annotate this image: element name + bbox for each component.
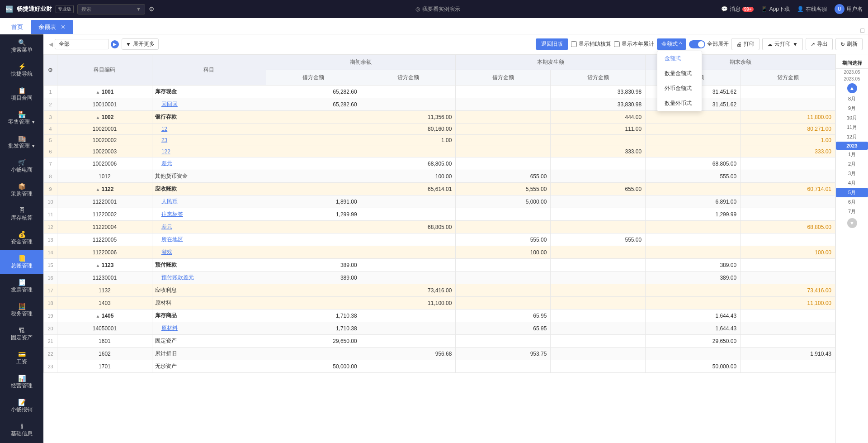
period-month-3[interactable]: 3月 — [836, 169, 868, 178]
maximize-icon[interactable]: □ — [861, 27, 864, 34]
account-name-cell[interactable]: 无形资产 — [152, 360, 266, 373]
account-name-cell[interactable]: 所在地区 — [152, 233, 266, 246]
account-name-cell[interactable]: 应收利息 — [152, 284, 266, 297]
account-name-cell[interactable]: 回回回 — [152, 98, 266, 111]
download-item[interactable]: 📱 App下载 — [761, 5, 790, 13]
period-up-nav[interactable]: ▲ — [847, 83, 857, 93]
amount-mode-item-qty-foreign[interactable]: 数量外币式 — [657, 96, 702, 111]
period-credit-cell: 444.00 — [551, 111, 646, 124]
amount-mode-button[interactable]: 金额式 ^ — [657, 38, 686, 50]
period-month-5[interactable]: 5月 — [836, 188, 868, 197]
account-name-cell[interactable]: 游戏 — [152, 246, 266, 259]
show-auxiliary-checkbox[interactable] — [571, 41, 577, 47]
account-name-cell[interactable]: 预付账款 — [152, 259, 266, 272]
sidebar-item-capital[interactable]: 💰 资金管理 — [0, 226, 43, 250]
cloud-print-label: 云打印 — [774, 40, 791, 48]
sidebar-item-inventory[interactable]: 🗄 库存核算 — [0, 202, 43, 226]
refresh-button[interactable]: ↻ 刷新 — [835, 38, 863, 50]
account-name-cell[interactable]: 应收账款 — [152, 183, 266, 195]
back-arrow-icon[interactable]: ◀ — [49, 41, 53, 48]
account-name-cell[interactable]: 12 — [152, 124, 266, 135]
top-search-box[interactable]: 搜索 ▼ — [77, 4, 145, 14]
closing-debit-cell: 389.00 — [646, 272, 741, 284]
period-year-2023-btn[interactable]: 2023 — [836, 142, 868, 150]
period-month-10[interactable]: 10月 — [836, 113, 868, 123]
sidebar-item-purchase[interactable]: 📦 采购管理 — [0, 178, 43, 202]
period-month-6[interactable]: 6月 — [836, 197, 868, 207]
period-debit-cell: 953.75 — [456, 348, 551, 360]
period-down-nav[interactable]: ▼ — [847, 218, 857, 228]
search-go-button[interactable]: ▶ — [111, 40, 119, 48]
account-name-cell[interactable]: 库存现金 — [152, 86, 266, 98]
demo-link[interactable]: 我要看实例演示 — [422, 5, 460, 13]
message-item[interactable]: 💬 消息 99+ — [721, 5, 754, 13]
account-name-cell[interactable]: 原材料 — [152, 297, 266, 310]
sidebar-item-salary[interactable]: 💳 工资 — [0, 346, 43, 370]
sidebar-item-tax[interactable]: 🧮 税务管理 — [0, 298, 43, 322]
period-month-12[interactable]: 12月 — [836, 132, 868, 142]
show-ytd-label[interactable]: 显示本年累计 — [614, 40, 654, 48]
account-name-cell[interactable]: 差元 — [152, 157, 266, 170]
amount-mode-dropdown-wrapper: 金额式 ^ 金额式 数量金额式 外币金额式 数量外币式 — [657, 38, 686, 50]
row-num: 11 — [44, 208, 57, 221]
opening-debit-header: 借方金额 — [266, 70, 361, 86]
sidebar-item-operations-label: 经营管理 — [11, 382, 33, 389]
period-month-8[interactable]: 8月 — [836, 94, 868, 104]
tab-home[interactable]: 首页 — [4, 20, 31, 34]
amount-mode-item-amount[interactable]: 金额式 — [657, 51, 702, 66]
print-button[interactable]: 🖨 打印 — [731, 38, 760, 50]
settings-icon[interactable]: ⚙ — [149, 5, 155, 13]
table-settings-icon[interactable]: ⚙ — [48, 67, 53, 73]
show-ytd-checkbox[interactable] — [614, 41, 620, 47]
cloud-print-button[interactable]: ☁ 云打印 ▼ — [762, 38, 803, 50]
period-month-4[interactable]: 4月 — [836, 178, 868, 188]
show-auxiliary-label[interactable]: 显示辅助核算 — [571, 40, 611, 48]
period-month-9[interactable]: 9月 — [836, 104, 868, 113]
tab-close-icon[interactable]: ✕ — [61, 24, 66, 30]
account-name-cell[interactable]: 人民币 — [152, 195, 266, 208]
account-name-cell[interactable]: 累计折旧 — [152, 348, 266, 360]
account-name-cell[interactable]: 银行存款 — [152, 111, 266, 124]
sidebar-item-assets[interactable]: 🏗 固定资产 — [0, 322, 43, 346]
period-month-1[interactable]: 1月 — [836, 150, 868, 159]
sidebar-item-ledger[interactable]: 📒 总账管理 — [0, 250, 43, 274]
period-month-7[interactable]: 7月 — [836, 207, 868, 216]
period-occurrence-header: 本期发生额 — [456, 55, 646, 70]
period-month-2[interactable]: 2月 — [836, 159, 868, 169]
user-item[interactable]: U 用户名 — [835, 4, 863, 14]
sidebar-item-quick-nav[interactable]: ⚡ 快捷导航 — [0, 58, 43, 82]
account-name-cell[interactable]: 122 — [152, 146, 266, 157]
sidebar-item-wholesale[interactable]: 🏬 批发管理 ▼ — [0, 130, 43, 154]
closing-credit-cell: 73,416.00 — [741, 284, 835, 297]
expand-more-button[interactable]: ▼ 展开更多 — [122, 38, 159, 50]
tab-balance[interactable]: 余额表 ✕ — [31, 20, 73, 34]
opening-credit-cell: 1.00 — [361, 135, 456, 146]
service-item[interactable]: 👤 在线客服 — [797, 5, 827, 13]
operations-icon: 📊 — [0, 375, 43, 382]
sidebar-item-project[interactable]: 📋 项目合同 — [0, 82, 43, 106]
amount-mode-item-foreign-amount[interactable]: 外币金额式 — [657, 81, 702, 96]
account-name-cell[interactable]: 库存商品 — [152, 310, 266, 322]
account-name-cell[interactable]: 往来标签 — [152, 208, 266, 221]
account-name-cell[interactable]: 预付账款差元 — [152, 272, 266, 284]
period-month-11[interactable]: 11月 — [836, 123, 868, 132]
sidebar-item-ecommerce[interactable]: 🛒 小畅电商 — [0, 154, 43, 178]
account-name-cell[interactable]: 原材料 — [152, 322, 266, 335]
table-row: 210010001回回回65,282.6033,830.9831,451.62 — [44, 98, 835, 111]
account-name-cell[interactable]: 差元 — [152, 221, 266, 233]
expand-all-toggle[interactable] — [689, 40, 705, 48]
sidebar-item-basic[interactable]: ℹ 基础信息 — [0, 418, 43, 442]
sidebar-item-reports[interactable]: 📝 小畅报销 — [0, 394, 43, 418]
export-button[interactable]: ↗ 导出 — [806, 38, 833, 50]
minimize-icon[interactable]: — — [853, 27, 859, 34]
amount-mode-item-qty-amount[interactable]: 数量金额式 — [657, 66, 702, 81]
account-name-cell[interactable]: 其他货币资金 — [152, 170, 266, 183]
account-name-cell[interactable]: 23 — [152, 135, 266, 146]
sidebar-item-retail[interactable]: 🏪 零售管理 ▼ — [0, 106, 43, 130]
sidebar-item-operations[interactable]: 📊 经营管理 — [0, 370, 43, 394]
sidebar-item-search[interactable]: 🔍 搜索菜单 — [0, 34, 43, 58]
return-old-version-button[interactable]: 退回旧版 — [536, 38, 568, 50]
sidebar-item-invoice[interactable]: 🧾 发票管理 — [0, 274, 43, 298]
closing-credit-cell: 333.00 — [741, 146, 835, 157]
account-name-cell[interactable]: 固定资产 — [152, 335, 266, 348]
